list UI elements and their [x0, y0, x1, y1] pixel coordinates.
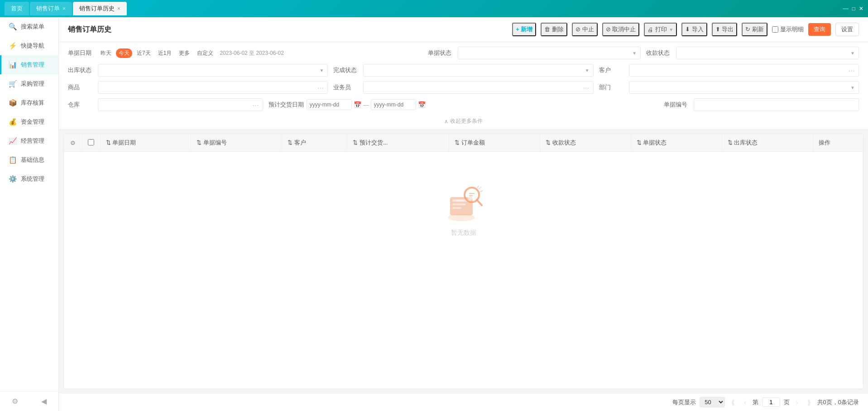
filter-department: 部门 ▼	[599, 81, 859, 94]
sidebar-item-8[interactable]: ⚙️ 系统管理	[0, 169, 58, 189]
last-page-btn[interactable]: ⟫	[805, 398, 814, 407]
salesperson-input[interactable]: ···	[363, 81, 593, 94]
new-button[interactable]: + 新增	[512, 23, 536, 36]
th-date: ⇅ 单据日期	[100, 134, 191, 152]
sidebar-item-2[interactable]: 📊 销售管理	[0, 55, 58, 74]
top-bar-right: — □ ✕	[843, 5, 863, 12]
per-page-select[interactable]: 50 10 20 100	[700, 397, 725, 407]
sidebar-icon-4: 📦	[9, 99, 17, 107]
sidebar-item-4[interactable]: 📦 库存核算	[0, 93, 58, 112]
th-doc-status: ⇅ 单据状态	[631, 134, 722, 152]
doc-status-select[interactable]: ▼	[458, 47, 641, 59]
date-yesterday[interactable]: 昨天	[98, 48, 114, 58]
import-button[interactable]: ⬇ 导入	[681, 23, 707, 36]
sidebar-collapse-btn[interactable]: ◀	[38, 395, 50, 407]
th-expected-date: ⇅ 预计交货...	[347, 134, 449, 152]
svg-line-10	[477, 186, 479, 188]
cancel-stop-button[interactable]: ⊘ 取消中止	[602, 23, 640, 36]
empty-text: 暂无数据	[451, 229, 476, 237]
table-settings-icon[interactable]: ⚙	[70, 140, 76, 146]
warehouse-input[interactable]: ···	[98, 98, 263, 111]
sidebar-item-5[interactable]: 💰 资金管理	[0, 112, 58, 131]
sidebar-label-5: 资金管理	[21, 118, 44, 126]
export-button[interactable]: ⬆ 导出	[712, 23, 738, 36]
date-custom[interactable]: 自定义	[194, 48, 216, 58]
sidebar-item-1[interactable]: ⚡ 快捷导航	[0, 36, 58, 55]
filter-date: 单据日期 昨天 今天 近7天 近1月 更多 自定义 2023-06-02 至 2…	[68, 48, 422, 58]
table-container: ⚙ ⇅ 单据日期 ⇅ 单据编号 ⇅ 客户	[63, 134, 863, 389]
tab-close-1[interactable]: ×	[62, 5, 66, 12]
th-checkbox	[82, 134, 100, 152]
stop-button[interactable]: ⊘ 中止	[572, 23, 598, 36]
print-button[interactable]: 🖨 🖨 打印 打印 ▼	[644, 23, 677, 36]
date-1month[interactable]: 近1月	[155, 48, 175, 58]
calendar-to-icon[interactable]: 📅	[418, 101, 426, 108]
refresh-button[interactable]: ↻ 刷新	[742, 23, 767, 36]
filter-goods-label: 商品	[68, 83, 95, 92]
page-suffix-label: 页	[784, 398, 790, 406]
window-minimize-btn[interactable]: —	[843, 5, 849, 12]
sidebar-item-3[interactable]: 🛒 采购管理	[0, 74, 58, 93]
doc-number-input[interactable]	[694, 98, 859, 111]
table-footer: 每页显示 50 10 20 100 ⟪ ‹ 第 页 › ⟫ 共0页，0条记录	[59, 393, 868, 411]
next-page-btn[interactable]: ›	[793, 398, 801, 407]
empty-state: 暂无数据	[64, 152, 863, 264]
goods-input[interactable]: ···	[98, 81, 328, 94]
calendar-from-icon[interactable]: 📅	[354, 101, 361, 108]
tab-label-0: 首页	[11, 5, 23, 13]
sidebar: 🔍 搜索菜单 ⚡ 快捷导航 📊 销售管理 🛒 采购管理 📦 库存核算 💰 资金管…	[0, 17, 59, 411]
sidebar-item-6[interactable]: 📈 经营管理	[0, 131, 58, 150]
date-more[interactable]: 更多	[176, 48, 192, 58]
filter-complete-status-label: 完成状态	[333, 66, 360, 74]
complete-status-select[interactable]: ▼	[363, 64, 593, 77]
page-title: 销售订单历史	[68, 25, 111, 34]
sidebar-bottom: ⚙ ◀	[0, 391, 58, 411]
filter-status-label: 单据状态	[428, 49, 455, 57]
expected-date-from[interactable]	[307, 99, 352, 110]
warehouse-status-select[interactable]: ▼	[98, 64, 328, 77]
goods-dots: ···	[317, 84, 324, 91]
filter-date-label: 单据日期	[68, 49, 95, 57]
expected-date-to[interactable]	[371, 99, 416, 110]
settings-button[interactable]: 设置	[835, 23, 859, 36]
date-range-text: 2023-06-02 至 2023-06-02	[220, 49, 283, 57]
svg-rect-3	[452, 203, 466, 205]
window-close-btn[interactable]: ✕	[859, 5, 863, 12]
sidebar-item-7[interactable]: 📋 基础信息	[0, 150, 58, 169]
filter-goods: 商品 ···	[68, 81, 328, 94]
date-filter-options: 昨天 今天 近7天 近1月 更多 自定义 2023-06-02 至 2023-0…	[98, 48, 422, 58]
date-7days[interactable]: 近7天	[134, 48, 153, 58]
sidebar-item-0[interactable]: 🔍 搜索菜单	[0, 17, 58, 36]
query-button[interactable]: 查询	[808, 23, 831, 36]
customer-input[interactable]: ···	[629, 64, 859, 77]
tab-1[interactable]: 销售订单×	[30, 2, 72, 15]
delete-button[interactable]: 🗑 删除	[541, 23, 567, 36]
tab-0[interactable]: 首页	[5, 2, 29, 15]
filter-warehouse-label: 仓库	[68, 101, 95, 109]
select-all-checkbox[interactable]	[88, 139, 94, 145]
sidebar-settings-btn[interactable]: ⚙	[8, 395, 22, 407]
collapse-more-btn[interactable]: ∧ 收起更多条件	[68, 116, 859, 125]
prev-page-btn[interactable]: ‹	[741, 398, 749, 407]
date-today[interactable]: 今天	[116, 48, 132, 58]
filter-expected-date: 预计交货日期 📅 — 📅	[269, 99, 659, 110]
display-toggle-checkbox[interactable]	[772, 26, 778, 33]
filter-expected-date-label: 预计交货日期	[269, 101, 304, 109]
department-select[interactable]: ▼	[629, 81, 859, 94]
warehouse-dots: ···	[253, 102, 259, 108]
th-number: ⇅ 单据编号	[191, 134, 282, 152]
toolbar: + 新增 🗑 删除 ⊘ 中止 ⊘ 取消中止 🖨 🖨 打印 打印 ▼ ⬇ 导入 ⬆…	[512, 23, 859, 36]
svg-line-11	[480, 191, 483, 192]
th-customer: ⇅ 客户	[282, 134, 347, 152]
tab-2[interactable]: 销售订单历史×	[73, 2, 127, 15]
sidebar-label-6: 经营管理	[21, 137, 44, 145]
window-maximize-btn[interactable]: □	[852, 5, 855, 12]
svg-line-7	[477, 200, 482, 205]
first-page-btn[interactable]: ⟪	[729, 398, 738, 407]
display-toggle-label[interactable]: 显示明细	[772, 25, 804, 34]
filter-complete-status: 完成状态 ▼	[333, 64, 593, 77]
payment-status-select[interactable]: ▼	[676, 47, 859, 59]
page-number-input[interactable]	[762, 397, 780, 407]
tab-close-2[interactable]: ×	[117, 5, 120, 12]
sidebar-label-2: 销售管理	[21, 61, 44, 69]
